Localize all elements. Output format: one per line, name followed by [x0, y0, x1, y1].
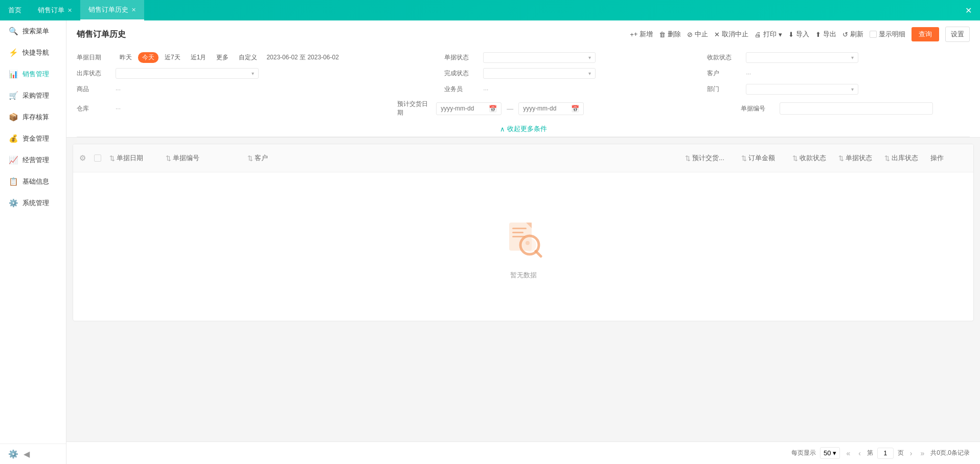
sort-icon-pay-status: ⇅ — [792, 154, 798, 162]
cancel-stop-button[interactable]: ✕ 取消中止 — [714, 30, 748, 39]
tab-home[interactable]: 首页 — [0, 0, 30, 20]
sidebar-item-finance[interactable]: 💰 资金管理 — [0, 128, 66, 149]
collapse-row[interactable]: ∧ 收起更多条件 — [77, 122, 970, 137]
dept-select[interactable]: ▾ — [746, 84, 858, 95]
import-button[interactable]: ⬇ 导入 — [788, 30, 809, 39]
close-sales-order-history-tab-icon[interactable]: ✕ — [131, 7, 136, 13]
col-stock-status[interactable]: ⇅ 出库状态 — [880, 148, 926, 168]
first-page-button[interactable]: « — [844, 448, 852, 458]
last-page-button[interactable]: » — [919, 448, 927, 458]
per-page-label: 每页显示 — [791, 449, 816, 457]
date-range-display: 2023-06-02 至 2023-06-02 — [266, 53, 338, 62]
settings-button[interactable]: 设置 — [945, 27, 970, 42]
col-delivery[interactable]: ⇅ 预计交货... — [681, 148, 737, 168]
complete-select[interactable]: ▾ — [483, 68, 596, 79]
close-sales-order-tab-icon[interactable]: ✕ — [67, 7, 72, 14]
prev-page-button[interactable]: ‹ — [856, 448, 863, 458]
col-billno[interactable]: ⇅ 单据编号 — [162, 148, 243, 168]
sidebar-item-inventory[interactable]: 📦 库存核算 — [0, 106, 66, 128]
sidebar-collapse-icon[interactable]: ◀ — [24, 449, 30, 459]
pay-status-select[interactable]: ▾ — [746, 52, 858, 63]
sidebar-item-search-label: 搜索菜单 — [22, 27, 49, 36]
warehouse-more-icon[interactable]: ··· — [116, 105, 121, 112]
date-filter: 昨天 今天 近7天 近1月 更多 自定义 2023-06-02 至 2023-0… — [116, 52, 444, 63]
col-pay-status[interactable]: ⇅ 收款状态 — [788, 148, 834, 168]
calendar-start-icon[interactable]: 📅 — [489, 105, 497, 113]
sidebar-item-system[interactable]: ⚙️ 系统管理 — [0, 192, 66, 214]
print-dropdown-icon: ▾ — [779, 31, 782, 38]
date-option-1month[interactable]: 近1月 — [187, 52, 211, 63]
col-action: 操作 — [926, 148, 967, 168]
window-close-icon[interactable]: ✕ — [965, 6, 972, 15]
col-amount[interactable]: ⇅ 订单金额 — [737, 148, 788, 168]
sidebar-item-search[interactable]: 🔍 搜索菜单 — [0, 20, 66, 42]
stock-out-select[interactable]: ▾ — [116, 68, 259, 79]
export-button[interactable]: ⬆ 导出 — [815, 30, 836, 39]
table-settings-icon[interactable]: ⚙ — [79, 153, 86, 163]
app-body: 🔍 搜索菜单 ⚡ 快捷导航 📊 销售管理 🛒 采购管理 📦 库存核算 💰 资金管… — [0, 20, 980, 464]
next-page-button[interactable]: › — [908, 448, 915, 458]
bill-no-input[interactable] — [780, 102, 933, 115]
refresh-button[interactable]: ↺ 刷新 — [842, 30, 863, 39]
tab-sales-order[interactable]: 销售订单 ✕ — [30, 0, 80, 20]
date-option-today[interactable]: 今天 — [138, 52, 158, 63]
inventory-icon: 📦 — [8, 113, 18, 122]
top-bar: 首页 销售订单 ✕ 销售订单历史 ✕ ✕ — [0, 0, 980, 20]
delete-button[interactable]: 🗑 删除 — [659, 30, 681, 39]
col-date[interactable]: ⇅ 单据日期 — [105, 148, 162, 168]
collapse-up-icon: ∧ — [500, 125, 505, 133]
delivery-date-end-input[interactable] — [523, 105, 569, 112]
delivery-date-start-input[interactable] — [441, 105, 487, 112]
current-page-input[interactable] — [877, 448, 894, 459]
svg-point-7 — [526, 241, 530, 245]
stop-button[interactable]: ⊘ 中止 — [687, 30, 708, 39]
sales-icon: 📊 — [8, 70, 18, 79]
sort-icon-delivery: ⇅ — [685, 154, 691, 162]
empty-state: 暂无数据 — [73, 172, 973, 321]
dept-chevron-icon: ▾ — [851, 86, 854, 92]
sort-icon-bill-status: ⇅ — [838, 154, 844, 162]
delivery-date-start-wrap: 📅 — [436, 102, 502, 115]
display-cols-checkbox[interactable] — [870, 31, 877, 38]
date-option-more[interactable]: 更多 — [212, 52, 233, 63]
sidebar-settings-icon[interactable]: ⚙️ — [8, 449, 18, 459]
sidebar-item-sales-label: 销售管理 — [22, 70, 49, 79]
delivery-date-label: 预计交货日期 — [397, 100, 433, 117]
sidebar-item-sales[interactable]: 📊 销售管理 — [0, 63, 66, 85]
print-button[interactable]: 🖨 打印 ▾ — [755, 30, 782, 39]
goods-more-icon[interactable]: ··· — [116, 86, 121, 93]
col-bill-status[interactable]: ⇅ 单据状态 — [834, 148, 880, 168]
svg-rect-1 — [512, 228, 527, 229]
date-option-custom[interactable]: 自定义 — [235, 52, 261, 63]
jump-label: 第 — [867, 449, 873, 457]
date-option-7days[interactable]: 近7天 — [161, 52, 185, 63]
sales-person-more-icon[interactable]: ··· — [483, 86, 488, 93]
sort-icon-customer: ⇅ — [247, 154, 253, 162]
display-cols-checkbox-wrap[interactable]: 显示明细 — [870, 30, 905, 39]
per-page-chevron-icon: ▾ — [833, 449, 836, 457]
per-page-select[interactable]: 50 ▾ — [820, 447, 840, 459]
warehouse-label: 仓库 — [77, 104, 112, 113]
svg-line-6 — [536, 251, 541, 256]
settings-label: 设置 — [951, 30, 964, 39]
date-option-yesterday[interactable]: 昨天 — [116, 52, 136, 63]
customer-more-icon[interactable]: ··· — [746, 70, 751, 77]
sidebar-item-purchase[interactable]: 🛒 采购管理 — [0, 85, 66, 106]
col-customer[interactable]: ⇅ 客户 — [243, 148, 681, 168]
display-cols-label: 显示明细 — [879, 30, 905, 39]
empty-icon — [498, 213, 549, 264]
calendar-end-icon[interactable]: 📅 — [571, 105, 579, 113]
top-bar-tabs: 首页 销售订单 ✕ 销售订单历史 ✕ — [0, 0, 957, 20]
new-button[interactable]: + + 新增 — [630, 30, 653, 39]
empty-text: 暂无数据 — [510, 271, 537, 280]
query-button[interactable]: 查询 — [911, 27, 939, 41]
sidebar-item-base-info[interactable]: 📋 基础信息 — [0, 171, 66, 192]
bill-status-label: 单据状态 — [444, 53, 480, 62]
sidebar-item-operations[interactable]: 📈 经营管理 — [0, 149, 66, 171]
tab-sales-order-history[interactable]: 销售订单历史 ✕ — [80, 0, 144, 20]
sidebar-item-quick-nav[interactable]: ⚡ 快捷导航 — [0, 42, 66, 63]
finance-icon: 💰 — [8, 134, 18, 143]
bill-status-select[interactable]: ▾ — [483, 52, 596, 63]
select-all-checkbox[interactable] — [94, 154, 101, 162]
stock-out-chevron-icon: ▾ — [252, 71, 254, 76]
